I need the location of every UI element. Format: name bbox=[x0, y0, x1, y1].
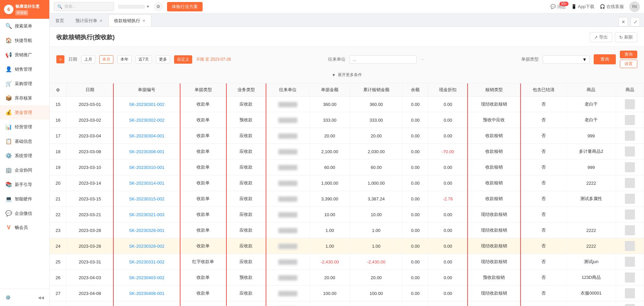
tab-close-button[interactable]: ✕ bbox=[619, 17, 628, 26]
table-cell: ██████ bbox=[266, 144, 310, 160]
sidebar-settings[interactable]: ⚙️ ◀◀ bbox=[0, 292, 49, 303]
filter-btn-7days[interactable]: 近7天 bbox=[136, 55, 152, 64]
table-cell bbox=[616, 128, 644, 144]
table-cell[interactable]: SK-20230315-002 bbox=[113, 191, 180, 207]
tab-prepay[interactable]: 预计应付单 ✕ bbox=[70, 14, 108, 26]
tab-collection-close[interactable]: ✕ bbox=[142, 18, 146, 23]
table-cell[interactable]: SK-20230328-002 bbox=[113, 238, 180, 254]
filter-query-button-2[interactable]: 查询 bbox=[620, 51, 637, 58]
table-cell[interactable]: SK-20230331-002 bbox=[113, 254, 180, 270]
table-cell[interactable]: SK-20230328-001 bbox=[113, 223, 180, 238]
sidebar-item-search[interactable]: 🔍 搜索菜单 bbox=[0, 19, 49, 33]
doc-no-link[interactable]: SK-20230328-002 bbox=[129, 244, 165, 249]
guide-icon: 📚 bbox=[5, 181, 12, 188]
tab-prepay-close[interactable]: ✕ bbox=[99, 18, 103, 23]
table-cell[interactable]: SK-20230304-001 bbox=[113, 128, 180, 144]
sidebar-item-marketing[interactable]: 📢 营销推广 bbox=[0, 48, 49, 62]
doc-no-link[interactable]: SK-20230321-003 bbox=[129, 212, 165, 217]
sidebar-item-hardware[interactable]: 💻 智能硬件 bbox=[0, 192, 49, 206]
sidebar-item-sales[interactable]: 👤 销售管理 bbox=[0, 62, 49, 76]
table-cell: 0.00 bbox=[428, 301, 468, 306]
filter-btn-last-month[interactable]: 上月 bbox=[81, 55, 95, 64]
table-cell bbox=[616, 144, 644, 160]
filter-btn-custom[interactable]: 自定义 bbox=[174, 55, 192, 64]
tabbar-actions: ✕ ⤢ bbox=[619, 17, 644, 26]
sidebar-item-quick-nav[interactable]: 🏠 快捷导航 bbox=[0, 33, 49, 48]
sidebar-item-basic-info[interactable]: 📋 基础信息 bbox=[0, 134, 49, 148]
tab-collection[interactable]: 收款核销执行 ✕ bbox=[108, 14, 151, 26]
filter-setting-button[interactable]: 设置 bbox=[620, 60, 637, 68]
sidebar-item-guide[interactable]: 📚 新手引导 bbox=[0, 177, 49, 192]
filter-doc-type-select[interactable]: ▼ bbox=[543, 55, 590, 64]
export-button[interactable]: ↗ 导出 bbox=[590, 32, 612, 42]
expand-more-row[interactable]: ▼ 展开更多条件 bbox=[56, 71, 637, 79]
table-cell: 28 bbox=[50, 301, 67, 306]
doc-no-link[interactable]: SK-20230302-002 bbox=[129, 118, 165, 123]
table-settings-icon[interactable]: ⚙ bbox=[56, 87, 60, 93]
table-cell: 收款单 bbox=[180, 97, 226, 112]
tab-maximize-button[interactable]: ⤢ bbox=[631, 17, 640, 26]
sidebar-item-system[interactable]: ⚙️ 系统管理 bbox=[0, 148, 49, 163]
sidebar-item-finance[interactable]: 💰 资金管理 bbox=[0, 105, 49, 120]
filter-query-button[interactable]: 查询 bbox=[594, 54, 616, 64]
table-cell[interactable]: SK-20230302-002 bbox=[113, 112, 180, 128]
doc-no-link[interactable]: SK-20230301-002 bbox=[129, 102, 165, 107]
filter-btn-this-year[interactable]: 本年 bbox=[117, 55, 131, 64]
sidebar-item-member[interactable]: V 畅会员 bbox=[0, 221, 49, 235]
table-cell[interactable]: SK-20230418-001 bbox=[113, 301, 180, 306]
table-cell: 25 bbox=[50, 254, 67, 270]
table-cell[interactable]: SK-20230408-001 bbox=[113, 286, 180, 301]
filter-more-dots[interactable]: ··· bbox=[421, 57, 424, 62]
table-cell[interactable]: SK-20230301-002 bbox=[113, 97, 180, 112]
doc-no-link[interactable]: SK-20230331-002 bbox=[129, 259, 165, 264]
tab-home[interactable]: 首页 bbox=[50, 14, 70, 26]
collapse-icon[interactable]: ◀◀ bbox=[38, 295, 44, 300]
doc-no-link[interactable]: SK-20230310-001 bbox=[129, 165, 165, 170]
table-cell bbox=[616, 254, 644, 270]
filter-expand-button[interactable]: » bbox=[56, 55, 64, 63]
table-cell bbox=[616, 160, 644, 175]
sidebar-item-purchase[interactable]: 🛒 采购管理 bbox=[0, 76, 49, 91]
table-cell[interactable]: SK-20230308-001 bbox=[113, 144, 180, 160]
doc-no-link[interactable]: SK-20230314-001 bbox=[129, 181, 165, 186]
doc-no-link[interactable]: SK-20230315-002 bbox=[129, 196, 165, 201]
sidebar-item-operations[interactable]: 📊 经营管理 bbox=[0, 120, 49, 134]
sidebar-item-corp[interactable]: 🏢 企业协同 bbox=[0, 163, 49, 177]
table-cell: 应收款 bbox=[226, 144, 266, 160]
topbar-dropdown[interactable]: ▼ bbox=[118, 5, 150, 9]
filter-partner-input[interactable] bbox=[350, 55, 417, 64]
message-button[interactable]: 💬 消息 99+ bbox=[550, 4, 566, 10]
doc-no-link[interactable]: SK-20230328-001 bbox=[129, 228, 165, 233]
table-row: 222023-03-21SK-20230321-003收款单应收款██████1… bbox=[50, 207, 644, 223]
refresh-button[interactable]: ↻ 刷新 bbox=[615, 32, 637, 42]
doc-no-link[interactable]: SK-20230403-002 bbox=[129, 275, 165, 280]
doc-no-link[interactable]: SK-20230408-001 bbox=[129, 291, 165, 296]
table-cell: 20 bbox=[50, 175, 67, 191]
app-download-button[interactable]: 📱 App下载 bbox=[571, 4, 594, 10]
sidebar-item-wechat[interactable]: 💬 企业微信 bbox=[0, 206, 49, 221]
doc-no-link[interactable]: SK-20230308-001 bbox=[129, 149, 165, 154]
table-cell: ██████ bbox=[266, 270, 310, 286]
col-settings[interactable]: ⚙ bbox=[50, 83, 67, 97]
topbar-gear-button[interactable]: ⚙ bbox=[154, 2, 163, 11]
table-cell[interactable]: SK-20230310-001 bbox=[113, 160, 180, 175]
table-cell[interactable]: SK-20230314-001 bbox=[113, 175, 180, 191]
solution-button[interactable]: 体验行业方案 bbox=[167, 2, 203, 11]
filter-btn-this-month[interactable]: 本月 bbox=[99, 55, 113, 64]
table-cell[interactable]: SK-20230321-003 bbox=[113, 207, 180, 223]
topbar-search-box[interactable]: 🔍 搜索... bbox=[54, 2, 114, 11]
table-cell bbox=[616, 175, 644, 191]
message-icon: 💬 bbox=[550, 4, 556, 9]
table-cell: 123D商品 bbox=[567, 270, 616, 286]
table-cell: 应收款 bbox=[226, 223, 266, 238]
table-cell: 收款核销 bbox=[468, 191, 521, 207]
sidebar-item-inventory[interactable]: 📦 库存核算 bbox=[0, 91, 49, 105]
user-avatar[interactable]: Rit bbox=[629, 1, 640, 12]
doc-no-link[interactable]: SK-20230304-001 bbox=[129, 133, 165, 138]
table-cell: 0.00 bbox=[402, 223, 428, 238]
filter-btn-more[interactable]: 更多 bbox=[156, 55, 170, 64]
table-cell[interactable]: SK-20230403-002 bbox=[113, 270, 180, 286]
service-button[interactable]: 🎧 在线客服 bbox=[600, 4, 624, 10]
table-cell: 收款单 bbox=[180, 270, 226, 286]
table-cell: 21 bbox=[50, 191, 67, 207]
